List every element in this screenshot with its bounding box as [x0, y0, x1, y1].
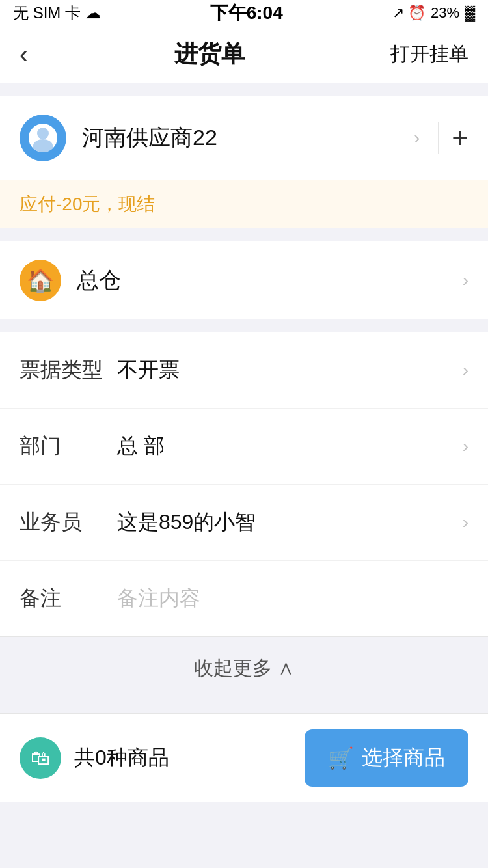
- battery-icon: ↗ ⏰: [392, 5, 426, 21]
- department-value: 总 部: [117, 432, 463, 461]
- battery-bar: ▓: [465, 5, 475, 21]
- invoice-type-chevron-icon: ›: [463, 360, 468, 381]
- invoice-type-row[interactable]: 票据类型 不开票 ›: [0, 332, 488, 408]
- section-gap-4: [0, 700, 488, 713]
- remark-row[interactable]: 备注 备注内容: [0, 560, 488, 636]
- avatar-inner: [29, 124, 57, 152]
- supplier-row[interactable]: 河南供应商22 › +: [0, 96, 488, 180]
- salesperson-value: 这是859的小智: [117, 508, 463, 537]
- salesperson-label: 业务员: [20, 508, 117, 537]
- collapse-row[interactable]: 收起更多 ∧: [0, 636, 488, 700]
- status-bar: 无 SIM 卡 ☁ 下午6:04 ↗ ⏰ 23% ▓: [0, 0, 488, 26]
- warehouse-chevron-icon: ›: [463, 270, 468, 291]
- form-section: 票据类型 不开票 › 部门 总 部 › 业务员 这是859的小智 › 备注 备注…: [0, 332, 488, 636]
- battery-percent: 23%: [431, 5, 459, 21]
- section-gap-1: [0, 83, 488, 96]
- invoice-type-value: 不开票: [117, 356, 463, 385]
- collapse-label: 收起更多 ∧: [194, 657, 293, 679]
- bottom-bar: 🛍 共0种商品 🛒 选择商品: [0, 713, 488, 802]
- remark-input[interactable]: 备注内容: [117, 584, 468, 613]
- warehouse-emoji: 🏠: [27, 267, 54, 293]
- supplier-chevron-icon: ›: [414, 128, 420, 148]
- supplier-name: 河南供应商22: [82, 123, 414, 153]
- product-emoji: 🛍: [31, 747, 50, 769]
- sim-text: 无 SIM 卡 ☁: [13, 3, 101, 23]
- product-icon: 🛍: [20, 737, 61, 779]
- select-product-label: 选择商品: [362, 744, 445, 772]
- page-background: [0, 802, 488, 868]
- supplier-section: 河南供应商22 › + 应付-20元，现结: [0, 96, 488, 228]
- status-time: 下午6:04: [210, 1, 283, 25]
- warehouse-name: 总仓: [77, 265, 463, 295]
- status-left: 无 SIM 卡 ☁: [13, 3, 101, 23]
- department-row[interactable]: 部门 总 部 ›: [0, 408, 488, 484]
- notice-bar: 应付-20元，现结: [0, 180, 488, 228]
- department-label: 部门: [20, 432, 117, 461]
- notice-text: 应付-20元，现结: [20, 194, 155, 214]
- salesperson-row[interactable]: 业务员 这是859的小智 ›: [0, 484, 488, 560]
- invoice-type-label: 票据类型: [20, 356, 117, 385]
- nav-bar: ‹ 进货单 打开挂单: [0, 26, 488, 83]
- supplier-avatar: [20, 115, 66, 161]
- select-product-button[interactable]: 🛒 选择商品: [305, 729, 468, 787]
- department-chevron-icon: ›: [463, 436, 468, 457]
- warehouse-icon: 🏠: [20, 260, 61, 301]
- warehouse-row[interactable]: 🏠 总仓 ›: [0, 241, 488, 319]
- add-supplier-button[interactable]: +: [438, 122, 468, 154]
- page-title: 进货单: [174, 38, 245, 70]
- back-button[interactable]: ‹: [20, 40, 28, 69]
- product-count: 共0种商品: [74, 744, 305, 772]
- open-pending-button[interactable]: 打开挂单: [390, 41, 468, 68]
- select-product-icon: 🛒: [328, 746, 354, 770]
- salesperson-chevron-icon: ›: [463, 512, 468, 533]
- remark-label: 备注: [20, 584, 117, 613]
- section-gap-2: [0, 228, 488, 241]
- status-right: ↗ ⏰ 23% ▓: [392, 5, 475, 21]
- section-gap-3: [0, 319, 488, 332]
- warehouse-section: 🏠 总仓 ›: [0, 241, 488, 319]
